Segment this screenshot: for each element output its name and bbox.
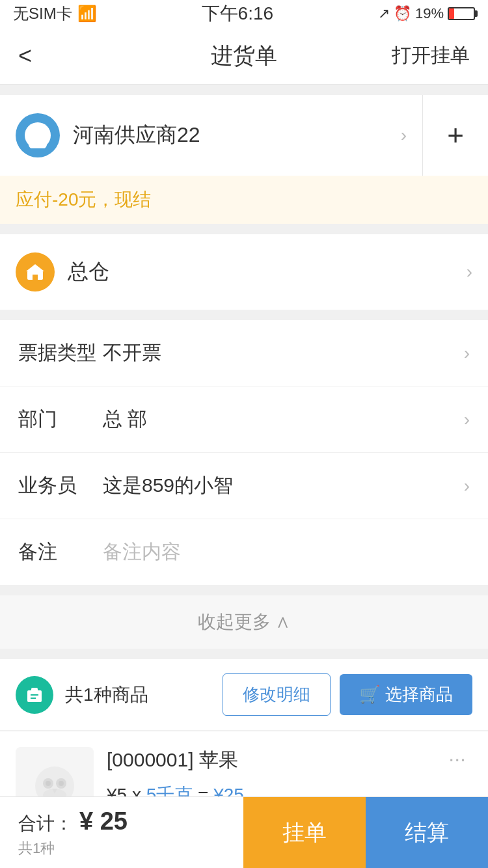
product-header-icon <box>16 676 53 714</box>
salesperson-value: 这是859的小智 <box>103 472 464 499</box>
product-header: 共1种商品 修改明细 🛒 选择商品 <box>0 659 488 730</box>
warehouse-name: 总仓 <box>68 258 467 286</box>
salesperson-label: 业务员 <box>18 472 103 499</box>
page-title: 进货单 <box>211 41 277 71</box>
footer-total: 合计： ¥ 25 共1种 <box>0 807 243 858</box>
product-more-button[interactable]: ··· <box>442 747 472 771</box>
svg-point-1 <box>29 139 47 148</box>
supplier-section: 河南供应商22 › + <box>0 95 488 176</box>
collapse-label: 收起更多 ∧ <box>198 610 291 634</box>
total-count: 共1种 <box>18 839 225 858</box>
checkout-button[interactable]: 结算 <box>366 797 488 869</box>
supplier-chevron-icon: › <box>401 125 407 146</box>
warehouse-icon <box>16 252 55 292</box>
suspend-button[interactable]: 挂单 <box>243 797 366 869</box>
footer: 合计： ¥ 25 共1种 挂单 结算 <box>0 796 488 868</box>
back-button[interactable]: < <box>18 42 57 70</box>
warehouse-chevron-icon: › <box>467 262 472 282</box>
remark-input[interactable]: 备注内容 <box>103 539 470 565</box>
svg-rect-4 <box>33 275 38 280</box>
info-text: 应付-20元，现结 <box>16 189 151 210</box>
salesperson-chevron-icon: › <box>464 476 470 496</box>
department-value: 总 部 <box>103 406 464 433</box>
select-product-label: 选择商品 <box>385 683 453 706</box>
cart-icon: 🛒 <box>359 685 380 705</box>
svg-marker-3 <box>26 264 44 271</box>
location-icon: ↗ <box>378 5 390 22</box>
alarm-icon: ⏰ <box>394 5 411 22</box>
carrier-text: 无SIM卡 <box>13 3 72 24</box>
invoice-type-chevron-icon: › <box>464 343 470 364</box>
department-chevron-icon: › <box>464 409 470 430</box>
avatar-face <box>25 122 51 148</box>
supplier-avatar <box>16 113 60 157</box>
status-time: 下午6:16 <box>202 1 274 26</box>
total-line1: 合计： ¥ 25 <box>18 807 225 836</box>
open-pending-button[interactable]: 打开挂单 <box>392 42 470 69</box>
nav-bar: < 进货单 打开挂单 <box>0 27 488 85</box>
add-supplier-button[interactable]: + <box>423 95 488 176</box>
svg-rect-6 <box>31 688 38 692</box>
form-row-department[interactable]: 部门 总 部 › <box>0 387 488 453</box>
invoice-type-value: 不开票 <box>103 340 464 366</box>
svg-rect-5 <box>27 690 42 702</box>
supplier-name: 河南供应商22 <box>73 121 401 150</box>
warehouse-section[interactable]: 总仓 › <box>0 234 488 310</box>
total-label: 合计： <box>18 811 73 836</box>
wifi-icon: 📶 <box>77 5 97 23</box>
form-row-salesperson[interactable]: 业务员 这是859的小智 › <box>0 453 488 519</box>
status-carrier: 无SIM卡 📶 <box>13 3 97 24</box>
supplier-row[interactable]: 河南供应商22 › <box>0 95 423 176</box>
status-bar: 无SIM卡 📶 下午6:16 ↗ ⏰ 19% <box>0 0 488 27</box>
spacer-1 <box>0 85 488 95</box>
info-banner: 应付-20元，现结 <box>0 176 488 224</box>
product-count: 共1种商品 <box>65 683 223 707</box>
department-label: 部门 <box>18 406 103 433</box>
product-name: [0000001] 苹果 <box>107 747 442 774</box>
svg-point-12 <box>46 781 51 786</box>
svg-point-13 <box>59 781 64 786</box>
modify-detail-button[interactable]: 修改明细 <box>223 673 331 716</box>
form-row-invoice-type[interactable]: 票据类型 不开票 › <box>0 320 488 387</box>
battery-percent: 19% <box>415 5 444 22</box>
svg-point-0 <box>33 127 43 137</box>
form-section: 票据类型 不开票 › 部门 总 部 › 业务员 这是859的小智 › 备注 备注… <box>0 320 488 585</box>
battery-icon <box>448 7 475 20</box>
form-row-remark[interactable]: 备注 备注内容 <box>0 519 488 585</box>
total-amount: ¥ 25 <box>79 807 128 835</box>
product-code: [0000001] <box>107 749 199 770</box>
select-product-button[interactable]: 🛒 选择商品 <box>340 674 472 715</box>
invoice-type-label: 票据类型 <box>18 340 103 366</box>
main-content: 河南供应商22 › + 应付-20元，现结 总仓 › 票据类型 不开票 <box>0 85 488 868</box>
remark-label: 备注 <box>18 539 103 565</box>
product-title: 苹果 <box>199 749 238 770</box>
warehouse-row[interactable]: 总仓 › <box>0 234 488 310</box>
status-right-group: ↗ ⏰ 19% <box>378 5 475 22</box>
collapse-bar[interactable]: 收起更多 ∧ <box>0 595 488 649</box>
